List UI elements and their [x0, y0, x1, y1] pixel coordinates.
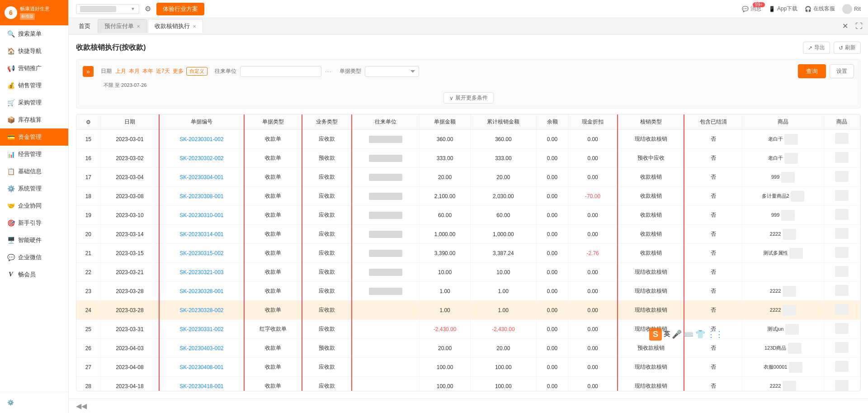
col-verify-type: 核销类型: [618, 114, 684, 130]
cell-product1: 多计量商品2: [742, 187, 824, 206]
doc-type-select[interactable]: [365, 66, 419, 77]
order-no-link[interactable]: SK-20230418-001: [179, 383, 223, 389]
cell-partner: [352, 358, 420, 377]
cell-included: 否: [684, 206, 742, 225]
partner-input[interactable]: [240, 66, 321, 77]
cell-no: 27: [76, 358, 100, 377]
query-btn[interactable]: 查询: [798, 64, 826, 78]
online-service-btn[interactable]: 🎧 在线客服: [805, 5, 835, 13]
sidebar-item-operations[interactable]: 📊 经营管理: [0, 146, 68, 163]
order-no-link[interactable]: SK-20230301-002: [179, 136, 223, 142]
sidebar-item-hardware[interactable]: 🖥️ 智能硬件: [0, 232, 68, 249]
expand-conditions-btn[interactable]: ∨ 展开更多条件: [443, 92, 494, 104]
cell-order-no: SK-20230301-002: [159, 130, 244, 149]
sidebar-item-marketing[interactable]: 📢 营销推广: [0, 60, 68, 77]
cell-verify-type: 收款核销: [618, 206, 684, 225]
order-no-link[interactable]: SK-20230408-001: [179, 364, 223, 370]
this-year-btn[interactable]: 本年: [142, 67, 153, 75]
order-no-link[interactable]: SK-20230328-002: [179, 307, 223, 313]
this-month-btn[interactable]: 本月: [129, 67, 140, 75]
tab-home[interactable]: 首页: [72, 19, 97, 33]
tab-close-btn[interactable]: ✕: [840, 21, 850, 31]
refresh-btn[interactable]: ↺ 刷新: [834, 42, 861, 54]
order-no-link[interactable]: SK-20230328-001: [179, 288, 223, 294]
col-product1: 商品: [742, 114, 824, 130]
order-no-link[interactable]: SK-20230331-002: [179, 326, 223, 332]
sidebar-collapse-btn[interactable]: ◀◀: [76, 402, 87, 410]
last-month-btn[interactable]: 上月: [115, 67, 126, 75]
sidebar-menu: 🔍 搜索菜单 🏠 快捷导航 📢 营销推广 💰 销售管理 🛒 采购管理 📦 库存核…: [0, 25, 68, 283]
custom-date-btn[interactable]: 自定义: [186, 67, 208, 76]
cell-order-no: SK-20230304-001: [159, 168, 244, 187]
filter-settings-btn[interactable]: 设置: [830, 64, 854, 78]
cell-no: 17: [76, 168, 100, 187]
sidebar-item-system[interactable]: ⚙️ 系统管理: [0, 180, 68, 197]
company-selector[interactable]: ▼: [76, 4, 139, 14]
tab-prepay[interactable]: 预付应付单 ✕: [98, 19, 147, 33]
order-no-link[interactable]: SK-20230302-002: [179, 155, 223, 161]
tab-collection-close[interactable]: ✕: [193, 24, 196, 29]
app-download-btn[interactable]: 📱 App下载: [769, 5, 797, 13]
order-no-link[interactable]: SK-20230314-001: [179, 231, 223, 237]
cell-biz-type: 应收款: [302, 130, 352, 149]
cell-biz-type: 应收款: [302, 244, 352, 263]
cell-partner: ████: [352, 187, 420, 206]
cell-included: 否: [684, 282, 742, 301]
order-no-link[interactable]: SK-20230403-002: [179, 345, 223, 351]
sidebar-item-wechat[interactable]: 💬 企业微信: [0, 249, 68, 266]
sidebar-item-guide[interactable]: 🎯 新手引导: [0, 214, 68, 232]
sidebar-item-enterprise[interactable]: 🤝 企业协同: [0, 197, 68, 214]
sidebar-item-finance[interactable]: 💳 资金管理: [0, 128, 68, 146]
sidebar-item-search[interactable]: 🔍 搜索菜单: [0, 25, 68, 43]
cell-verified: 2,030.00: [470, 187, 536, 206]
order-no-link[interactable]: SK-20230308-001: [179, 193, 223, 199]
message-btn[interactable]: 💬 消息 99+: [742, 5, 761, 13]
marketing-icon: 📢: [7, 65, 14, 72]
cell-doc-type: 收款单: [244, 358, 302, 377]
cell-verified: 10.00: [470, 263, 536, 282]
order-no-link[interactable]: SK-20230321-003: [179, 269, 223, 275]
table-row: 15 2023-03-01 SK-20230301-002 收款单 应收款 ██…: [76, 130, 860, 149]
logo-text: 畅康逍好生意: [20, 5, 50, 12]
order-no-link[interactable]: SK-20230310-001: [179, 212, 223, 218]
order-no-link[interactable]: SK-20230304-001: [179, 174, 223, 180]
cell-biz-type: 应收款: [302, 206, 352, 225]
cell-doc-type: 收款单: [244, 282, 302, 301]
order-no-link[interactable]: SK-20230315-002: [179, 250, 223, 256]
more-date-btn[interactable]: 更多: [173, 67, 184, 75]
sidebar-item-sales[interactable]: 💰 销售管理: [0, 77, 68, 94]
cell-balance: 0.00: [536, 263, 568, 282]
export-btn[interactable]: ↗ 导出: [803, 42, 830, 54]
cell-doc-type: 收款单: [244, 339, 302, 358]
filter-toggle-btn[interactable]: »: [83, 66, 94, 77]
sidebar-item-member[interactable]: V 畅会员: [0, 266, 68, 283]
wechat-icon: 💬: [7, 254, 14, 261]
sales-icon: 💰: [7, 82, 14, 89]
sidebar-item-quick-nav[interactable]: 🏠 快捷导航: [0, 43, 68, 60]
cell-biz-type: 预收款: [302, 149, 352, 168]
export-label: 导出: [814, 44, 825, 52]
tab-collection[interactable]: 收款核销执行 ✕: [148, 19, 203, 33]
sidebar-settings-btn[interactable]: ⚙️: [0, 396, 68, 409]
sidebar-item-basic-info[interactable]: 📋 基础信息: [0, 163, 68, 180]
finance-icon: 💳: [7, 133, 14, 141]
user-area[interactable]: Rit: [842, 4, 861, 14]
cell-included: 否: [684, 339, 742, 358]
table-row: 19 2023-03-10 SK-20230310-001 收款单 应收款 ██…: [76, 206, 860, 225]
last7-btn[interactable]: 近7天: [156, 67, 170, 75]
solution-btn[interactable]: 体验行业方案: [156, 3, 204, 15]
cell-product1: 999: [742, 206, 824, 225]
date-preset-btns: 上月 本月 本年 近7天 更多 自定义: [115, 67, 208, 76]
col-settings[interactable]: ⚙: [76, 114, 100, 130]
filter-row-main: » 日期 上月 本月 本年 近7天 更多 自定义 往来单位: [83, 64, 854, 78]
sidebar-label-sales: 销售管理: [18, 81, 42, 90]
sidebar-item-purchase[interactable]: 🛒 采购管理: [0, 94, 68, 111]
topbar-gear-icon[interactable]: ⚙: [145, 5, 151, 13]
cell-doc-type: 收款单: [244, 244, 302, 263]
tab-prepay-close[interactable]: ✕: [137, 24, 140, 29]
cell-partner: ████: [352, 244, 420, 263]
sidebar-item-inventory[interactable]: 📦 库存核算: [0, 111, 68, 128]
cell-verified: 20.00: [470, 168, 536, 187]
sidebar-label-marketing: 营销推广: [18, 64, 42, 72]
tab-maximize-btn[interactable]: ⛶: [854, 21, 864, 31]
